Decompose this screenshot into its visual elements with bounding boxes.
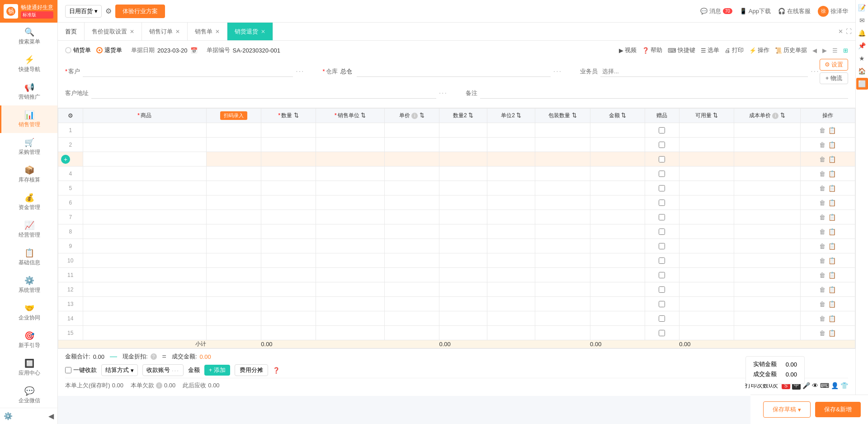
cost-cell[interactable] (734, 123, 801, 138)
pack-cell[interactable] (535, 253, 590, 268)
address-input[interactable] (91, 88, 436, 99)
pack-cell[interactable] (535, 210, 590, 224)
message-item[interactable]: 💬 消息 70 (700, 7, 732, 15)
cost-cell[interactable] (734, 195, 801, 210)
unit2-cell[interactable] (487, 224, 535, 239)
copy-icon[interactable]: 📋 (828, 300, 836, 308)
sort-cost-icon[interactable]: ⇅ (780, 112, 785, 119)
rs-bell-icon[interactable]: 🔔 (856, 27, 868, 39)
unit2-cell[interactable] (487, 268, 535, 282)
history-action[interactable]: 📜 历史单据 (775, 46, 807, 54)
amount-cell[interactable] (590, 181, 645, 195)
price-info-icon[interactable]: i (411, 113, 418, 119)
unit-cell[interactable] (316, 167, 385, 181)
delete-icon[interactable]: 🗑 (819, 243, 826, 250)
gift-cell[interactable] (645, 268, 679, 282)
unit-cell[interactable] (316, 311, 385, 326)
avail-cell[interactable] (679, 297, 734, 311)
cost-cell[interactable] (734, 297, 801, 311)
pack-cell[interactable] (535, 181, 590, 195)
qty-cell[interactable] (261, 326, 316, 340)
pack-cell[interactable] (535, 239, 590, 253)
unit2-cell[interactable] (487, 326, 535, 340)
one-click-payment[interactable]: 一键收款 (65, 366, 97, 374)
delete-icon[interactable]: 🗑 (819, 329, 826, 337)
gift-cell[interactable] (645, 282, 679, 297)
gift-checkbox[interactable] (659, 243, 665, 249)
avail-cell[interactable] (679, 138, 734, 152)
qty-cell[interactable] (261, 224, 316, 239)
fee-split-button[interactable]: 费用分摊 (235, 364, 268, 376)
cost-cell[interactable] (734, 181, 801, 195)
pack-cell[interactable] (535, 224, 590, 239)
amount-cell[interactable] (590, 311, 645, 326)
qty-cell[interactable] (261, 239, 316, 253)
amount-cell[interactable] (590, 326, 645, 340)
tab-order-close[interactable]: ✕ (175, 29, 180, 35)
qty2-cell[interactable] (439, 224, 487, 239)
amount-cell[interactable] (590, 152, 645, 167)
copy-icon[interactable]: 📋 (828, 329, 836, 337)
sidebar-item-sales[interactable]: 📊 销售管理 (0, 105, 57, 133)
select-action[interactable]: ☰ 选单 (701, 46, 719, 54)
cost-cell[interactable] (734, 138, 801, 152)
sidebar-item-appcenter[interactable]: 🔲 应用中心 (0, 354, 57, 381)
warehouse-input[interactable] (357, 66, 551, 77)
unit-cell[interactable] (316, 253, 385, 268)
qty2-cell[interactable] (439, 181, 487, 195)
qty-cell[interactable] (261, 152, 316, 167)
product-cell[interactable] (83, 297, 206, 311)
unit-cell[interactable] (316, 326, 385, 340)
sidebar-item-marketing[interactable]: 📢 营销推广 (0, 78, 57, 105)
tab-sales-close[interactable]: ✕ (215, 29, 220, 35)
product-cell[interactable] (83, 311, 206, 326)
product-cell[interactable] (83, 268, 206, 282)
eye-icon[interactable]: 👁 (812, 382, 818, 389)
gift-cell[interactable] (645, 326, 679, 340)
delete-icon[interactable]: 🗑 (819, 228, 826, 235)
cost-cell[interactable] (734, 224, 801, 239)
gift-cell[interactable] (645, 152, 679, 167)
avail-cell[interactable] (679, 311, 734, 326)
cost-cell[interactable] (734, 253, 801, 268)
user-icon[interactable]: 👤 (831, 382, 839, 389)
amount-cell[interactable] (590, 297, 645, 311)
rs-active-icon[interactable]: ⬜ (856, 78, 868, 90)
tab-sales-order[interactable]: 销售订单 ✕ (142, 23, 188, 40)
gift-checkbox[interactable] (659, 286, 665, 293)
product-cell[interactable] (83, 210, 206, 224)
sidebar-item-guide[interactable]: 🎯 新手引导 (0, 326, 57, 354)
sort-unit2-icon[interactable]: ⇅ (516, 112, 521, 119)
unit2-cell[interactable] (487, 181, 535, 195)
rs-star-icon[interactable]: ★ (856, 52, 868, 64)
salesperson-dots[interactable]: ··· (811, 67, 819, 76)
gift-checkbox[interactable] (659, 214, 665, 220)
price-cell[interactable] (384, 210, 439, 224)
cost-cell[interactable] (734, 311, 801, 326)
delete-icon[interactable]: 🗑 (819, 127, 826, 134)
delete-icon[interactable]: 🗑 (819, 257, 826, 264)
unit2-cell[interactable] (487, 282, 535, 297)
delete-icon[interactable]: 🗑 (819, 185, 826, 192)
gift-checkbox[interactable] (659, 127, 665, 133)
qty2-cell[interactable] (439, 167, 487, 181)
price-cell[interactable] (384, 181, 439, 195)
cost-cell[interactable] (734, 210, 801, 224)
gift-cell[interactable] (645, 253, 679, 268)
unit-cell[interactable] (316, 123, 385, 138)
cost-cell[interactable] (734, 239, 801, 253)
tab-sales[interactable]: 销售单 ✕ (188, 23, 227, 40)
qty-cell[interactable] (261, 138, 316, 152)
qty-cell[interactable] (261, 282, 316, 297)
gift-checkbox[interactable] (659, 200, 665, 206)
gift-cell[interactable] (645, 311, 679, 326)
gift-cell[interactable] (645, 224, 679, 239)
gift-checkbox[interactable] (659, 301, 665, 307)
topbar-settings-icon[interactable]: ⚙ (105, 7, 112, 15)
col-settings-icon[interactable]: ⚙ (68, 112, 73, 119)
unit2-cell[interactable] (487, 239, 535, 253)
copy-icon[interactable]: 📋 (828, 141, 836, 148)
gift-cell[interactable] (645, 210, 679, 224)
sidebar-item-quicknav[interactable]: ⚡ 快捷导航 (0, 50, 57, 78)
account-number-select[interactable]: 收款账号 ··· (142, 364, 184, 376)
